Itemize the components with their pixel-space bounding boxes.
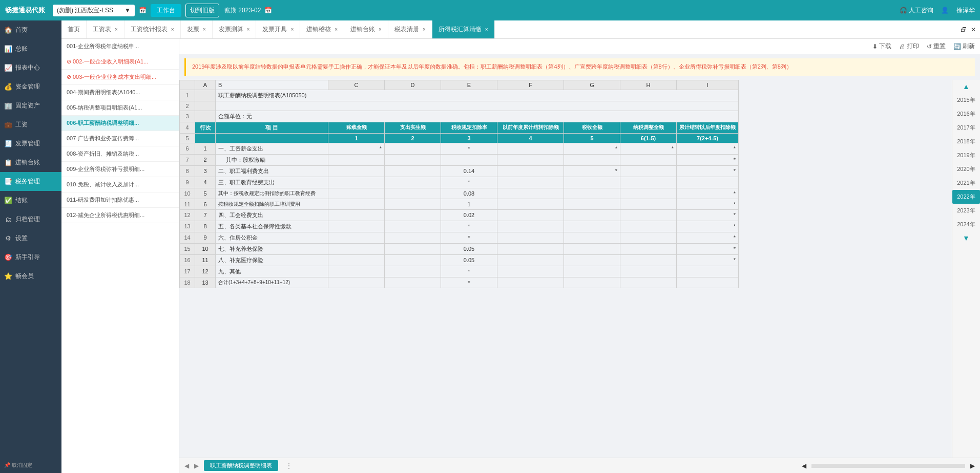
error-icon-003: ⊘ [67, 74, 71, 80]
sidebar-item-ledger[interactable]: 📊 总账 [0, 39, 61, 58]
sidebar-item-reports[interactable]: 📈 报表中心 [0, 58, 61, 77]
row-1: 1 [180, 90, 195, 101]
tab-invoice-issue-close[interactable]: × [290, 27, 294, 32]
left-panel-item-010[interactable]: 010-免税、减计收入及加计... [61, 177, 179, 192]
bottom-bar: ◀ ▶ 职工薪酬纳税调整明细表 ⋮ ◀ ▶ [179, 458, 980, 473]
sidebar-item-funds[interactable]: 💰 资金管理 [0, 77, 61, 96]
left-panel-item-001[interactable]: 001-企业所得税年度纳税申... [61, 39, 179, 54]
sub-header-5: 5 [564, 133, 620, 143]
row-3: 3 [180, 111, 195, 122]
left-panel-item-012[interactable]: 012-减免企业所得税优惠明细... [61, 208, 179, 223]
left-panel-item-003[interactable]: ⊘003-一般企业业务成本支出明细... [61, 70, 179, 85]
tab-invoice-calc-label: 发票测算 [219, 25, 243, 34]
header-col-h: 纳税调整全额 [620, 122, 677, 133]
year-2023[interactable]: 2023年 [952, 204, 980, 218]
sidebar-item-member[interactable]: ⭐ 畅会员 [0, 267, 61, 286]
tab-income-tax[interactable]: 所得税汇算清缴 × [432, 20, 495, 38]
sub-header-3: 3 [441, 133, 497, 143]
sidebar-item-invoice-mgmt[interactable]: 🧾 发票管理 [0, 134, 61, 153]
table-row: 13 8 五、各类基本社会保障性缴款 * * [180, 221, 739, 232]
tab-income-tax-close[interactable]: × [485, 27, 488, 32]
tab-invoice-calc[interactable]: 发票测算 × [213, 20, 257, 38]
content-area: 首页 工资表 × 工资统计报表 × 发票 × 发票测算 × [61, 20, 980, 473]
year-2018[interactable]: 2018年 [952, 135, 980, 148]
tab-purchase-check[interactable]: 进销稽核 × [300, 20, 344, 38]
tab-close-all-icon[interactable]: ✕ [971, 26, 976, 33]
sidebar-item-close[interactable]: ✅ 结账 [0, 191, 61, 210]
tab-salary-close[interactable]: × [115, 27, 118, 32]
right-panel: ⬇ 下载 🖨 打印 ↺ 重置 🔄 刷新 [179, 39, 980, 473]
sidebar-item-home[interactable]: 🏠 首页 [0, 20, 61, 39]
refresh-button[interactable]: 🔄 刷新 [953, 42, 975, 51]
year-2019[interactable]: 2019年 [952, 148, 980, 162]
archive-icon: 🗂 [4, 216, 12, 224]
tab-invoice-calc-close[interactable]: × [247, 27, 250, 32]
sidebar-item-settings[interactable]: ⚙ 设置 [0, 229, 61, 248]
support-link[interactable]: 🎧 人工咨询 [900, 6, 933, 15]
left-panel-item-009[interactable]: 009-企业所得税弥补亏损明细... [61, 162, 179, 177]
salary-icon: 💼 [4, 121, 12, 129]
table-row: 17 12 九、其他 * [180, 266, 739, 277]
year-2024[interactable]: 2024年 [952, 218, 980, 231]
prev-sheet-icon[interactable]: ◀ [184, 462, 189, 469]
company-select[interactable]: (勿删) 江西殷宝-LSS ▼ [53, 5, 135, 16]
left-panel-item-008[interactable]: 008-资产折旧、摊销及纳税... [61, 146, 179, 162]
workspace-button[interactable]: 工作台 [151, 4, 181, 17]
tab-invoice-issue[interactable]: 发票开具 × [256, 20, 300, 38]
tab-purchase-ledger[interactable]: 进销台账 × [344, 20, 388, 38]
next-sheet-icon[interactable]: ▶ [194, 462, 199, 469]
tab-salary-stats-close[interactable]: × [171, 27, 174, 32]
member-icon: ⭐ [4, 272, 12, 281]
sheet-menu-icon[interactable]: ⋮ [286, 462, 292, 469]
year-2015[interactable]: 2015年 [952, 93, 980, 107]
sheet-tab-main[interactable]: 职工薪酬纳税调整明细表 [204, 460, 278, 471]
tab-tax-table[interactable]: 税表清册 × [388, 20, 432, 38]
table-row: 8 3 二、职工福利费支出 0.14 * * [180, 165, 739, 177]
sidebar-item-archive[interactable]: 🗂 归档管理 [0, 210, 61, 229]
left-panel-item-005[interactable]: 005-纳税调整项目明细表(A1... [61, 100, 179, 116]
table-row: 12 7 四、工会经费支出 0.02 * [180, 209, 739, 221]
year-2017[interactable]: 2017年 [952, 121, 980, 135]
tab-salary-stats[interactable]: 工资统计报表 × [124, 20, 181, 38]
settings-icon: ⚙ [4, 234, 12, 243]
download-button[interactable]: ⬇ 下载 [872, 42, 891, 51]
tab-invoice-close[interactable]: × [203, 27, 206, 32]
year-down-arrow[interactable]: ▼ [960, 231, 972, 245]
tab-salary[interactable]: 工资表 × [87, 20, 124, 38]
left-panel-item-006[interactable]: 006-职工薪酬纳税调整明细... [61, 116, 179, 131]
funds-icon: 💰 [4, 83, 12, 91]
spreadsheet-wrapper[interactable]: A B C D E F G H I [179, 80, 980, 458]
left-panel-item-011[interactable]: 011-研发费用加计扣除优惠... [61, 192, 179, 208]
scroll-left-icon[interactable]: ◀ [802, 462, 806, 469]
sidebar-item-purchase-ledger[interactable]: 📋 进销台账 [0, 153, 61, 172]
left-panel-item-007[interactable]: 007-广告费和业务宣传费筹... [61, 131, 179, 146]
year-2021[interactable]: 2021年 [952, 176, 980, 190]
tab-purchase-ledger-close[interactable]: × [379, 27, 382, 32]
horizontal-scrollbar[interactable] [811, 464, 965, 468]
table-row: 6 1 一、工资薪金支出 * * * * * [180, 143, 739, 154]
top-right-area: 🎧 人工咨询 👤 徐泽华 [900, 6, 975, 15]
sidebar-item-tax[interactable]: 📑 税务管理 [0, 172, 61, 191]
year-2022[interactable]: 2022年 [952, 190, 980, 204]
period-label: 账期 2023-02 📅 [224, 6, 272, 15]
old-version-button[interactable]: 切到旧版 [185, 4, 219, 17]
close-icon: ✅ [4, 197, 12, 205]
table-title-cell: 职工薪酬纳税调整明细表(A105050) [216, 90, 739, 101]
cancel-fixed-button[interactable]: 📌 取消固定 [0, 458, 61, 473]
year-2016[interactable]: 2016年 [952, 107, 980, 121]
left-panel-item-002[interactable]: ⊘002-一般企业收入明细表(A1... [61, 54, 179, 70]
tab-invoice[interactable]: 发票 × [181, 20, 213, 38]
tab-home[interactable]: 首页 [61, 20, 87, 38]
print-button[interactable]: 🖨 打印 [899, 42, 919, 51]
year-up-arrow[interactable]: ▲ [960, 80, 972, 93]
tab-restore-icon[interactable]: 🗗 [961, 26, 967, 33]
reset-button[interactable]: ↺ 重置 [927, 42, 946, 51]
tab-tax-table-close[interactable]: × [423, 27, 426, 32]
scroll-right-icon[interactable]: ▶ [970, 462, 975, 469]
sidebar-item-salary[interactable]: 💼 工资 [0, 115, 61, 134]
year-2020[interactable]: 2020年 [952, 162, 980, 176]
left-panel-item-004[interactable]: 004-期间费用明细表(A1040... [61, 85, 179, 100]
tab-purchase-check-close[interactable]: × [335, 27, 338, 32]
sidebar-item-assets[interactable]: 🏢 固定资产 [0, 96, 61, 115]
sidebar-item-guide[interactable]: 🎯 新手引导 [0, 248, 61, 267]
